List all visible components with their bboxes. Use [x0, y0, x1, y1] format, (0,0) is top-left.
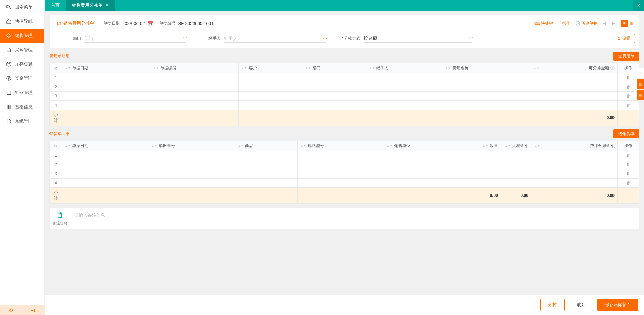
sidebar-item-sales[interactable]: 销售管理 — [0, 29, 44, 43]
col-allocatable[interactable]: 可分摊金额ⓘ — [570, 63, 618, 73]
docno-label: 单据编号 — [159, 21, 176, 26]
tab-label: 首页 — [51, 2, 60, 8]
date-label: 单据日期 — [103, 21, 120, 26]
help-icon[interactable]: ⓘ — [610, 66, 615, 70]
col-spec[interactable]: ▲▼规格型号 — [297, 141, 384, 151]
col-docno[interactable]: ▲▼单据编号 — [150, 63, 238, 73]
chevron-down-icon[interactable]: ﹀ — [183, 36, 187, 41]
table-row[interactable]: 1🗑 — [50, 151, 639, 160]
delete-row-button[interactable]: 🗑 — [626, 171, 630, 176]
sidebar-item-inventory[interactable]: 库存核算 — [0, 57, 44, 71]
handler-label: 经手人 — [194, 36, 221, 41]
sidebar-item-search[interactable]: 搜索菜单 — [0, 0, 44, 14]
sidebar-settings-button[interactable]: ⚙ — [0, 305, 22, 315]
ops-link[interactable]: ⠿ 操作 — [558, 21, 570, 26]
table-row[interactable]: 4🗑 — [50, 101, 639, 110]
float-tab-1[interactable]: ▥ — [637, 79, 644, 89]
float-tab-collapse[interactable]: ‹ — [637, 68, 644, 78]
table-row[interactable]: 1🗑 — [50, 73, 639, 82]
settings-button[interactable]: ⚙设置 — [613, 34, 635, 43]
col-date[interactable]: ▲▼单据日期 — [62, 141, 148, 151]
svg-point-0 — [7, 5, 10, 8]
table-row[interactable]: 2🗑 — [50, 82, 639, 92]
sidebar-item-funds[interactable]: ¥ 资金管理 — [0, 71, 44, 86]
remark-input[interactable] — [70, 208, 639, 229]
sidebar-item-basic[interactable]: 基础信息 — [0, 100, 44, 114]
alloc-input[interactable] — [364, 35, 472, 43]
tab-home[interactable]: 首页 — [45, 0, 66, 11]
col-spacer[interactable]: ▲▼ — [531, 141, 570, 151]
expense-section-title: 费用单明细 — [49, 53, 70, 59]
date-value[interactable]: 2023-06-02 — [122, 21, 145, 26]
alloc-field: *分摊方式 ﹀ — [333, 35, 474, 43]
column-settings-button[interactable]: ⚙ — [50, 141, 62, 151]
sidebar-item-system[interactable]: 系统管理 — [0, 114, 44, 128]
report-icon — [6, 90, 12, 95]
money-icon: ¥ — [6, 76, 12, 81]
svg-rect-12 — [9, 107, 11, 109]
discard-button[interactable]: 放弃 — [569, 299, 593, 311]
select-sales-button[interactable]: 选销货单 — [613, 129, 639, 138]
dept-input[interactable] — [84, 35, 186, 43]
col-handler[interactable]: ▲▼经手人 — [366, 63, 442, 73]
sidebar-item-purchase[interactable]: 采购管理 — [0, 43, 44, 57]
delete-row-button[interactable]: 🗑 — [626, 153, 630, 158]
col-product[interactable]: ▲▼商品 — [235, 141, 298, 151]
delete-row-button[interactable]: 🗑 — [626, 103, 630, 108]
svg-rect-9 — [7, 105, 9, 107]
sidebar-collapse-button[interactable]: ◂▮ — [22, 305, 45, 315]
col-qty[interactable]: ▲▼数量 — [470, 141, 501, 151]
gear-icon: ⚙ — [617, 36, 621, 41]
sort-icon: ▲▼ — [153, 67, 159, 69]
document-toolbar: 🕮 销售费用分摊单 单据日期 2023-06-02 📅 单据编号 SF-2023… — [49, 15, 639, 32]
table-row[interactable]: 2🗑 — [50, 160, 639, 169]
nav-prev-button[interactable]: ◀ — [602, 21, 607, 26]
handler-input[interactable] — [224, 35, 326, 43]
col-date[interactable]: ▲▼单据日期 — [62, 63, 150, 73]
table-row[interactable]: 3🗑 — [50, 92, 639, 101]
delete-row-button[interactable]: 🗑 — [626, 162, 630, 167]
col-docno[interactable]: ▲▼单据编号 — [148, 141, 235, 151]
tab-sales-expense-alloc[interactable]: 销售费用分摊单 ✕ — [66, 0, 115, 11]
column-settings-button[interactable]: ⚙ — [50, 63, 62, 73]
col-amount[interactable]: ▲▼无税金额 — [501, 141, 531, 151]
calendar-icon[interactable]: 📅 — [148, 21, 153, 26]
delete-row-button[interactable]: 🗑 — [626, 75, 630, 80]
table-row[interactable]: 3🗑 — [50, 169, 639, 179]
docno-field: 单据编号 SF-20230602-001 — [159, 21, 214, 26]
col-spacer[interactable]: ▲▼ — [530, 63, 570, 73]
save-and-new-button[interactable]: 保存&新增˄ — [597, 299, 638, 311]
view-list-button[interactable]: ≡ — [621, 20, 628, 27]
delete-row-button[interactable]: 🗑 — [626, 85, 630, 89]
float-tab-2[interactable]: ▦ — [637, 90, 644, 100]
subtotal-row: 小计0.000.000.00 — [50, 188, 639, 204]
allocate-button[interactable]: 分摊 — [540, 299, 565, 311]
sort-icon: ▲▼ — [369, 67, 375, 69]
nav-next-button[interactable]: ▶ — [611, 21, 616, 26]
delete-row-button[interactable]: 🗑 — [626, 94, 630, 98]
chevron-down-icon[interactable]: ﹀ — [469, 36, 474, 41]
col-expense-name[interactable]: ▲▼费用名称 — [442, 63, 530, 73]
tabs-close-all-button[interactable]: ✕ — [633, 0, 644, 11]
subtotal-row: 小计0.00 — [50, 110, 639, 126]
sort-icon: ▲▼ — [482, 145, 488, 147]
tab-close-icon[interactable]: ✕ — [105, 3, 109, 8]
select-expense-button[interactable]: 选费用单 — [613, 52, 639, 61]
main-area: 首页 销售费用分摊单 ✕ ✕ 🕮 销售费用分摊单 单据日期 2023-06-02… — [45, 0, 644, 315]
footer-bar: 分摊 放弃 保存&新增˄ — [45, 294, 644, 315]
svg-rect-10 — [9, 105, 11, 107]
table-row[interactable]: 4🗑 — [50, 179, 639, 188]
col-unit[interactable]: ▲▼销售单位 — [384, 141, 470, 151]
col-customer[interactable]: ▲▼客户 — [238, 63, 302, 73]
col-dept[interactable]: ▲▼部门 — [302, 63, 366, 73]
ellipsis-icon[interactable]: ⋯ — [323, 36, 327, 41]
shortcut-link[interactable]: ⌨ 快捷键 — [534, 21, 553, 26]
svg-rect-3 — [7, 49, 10, 52]
view-form-button[interactable]: ▥ — [628, 20, 635, 27]
sidebar-item-quicknav[interactable]: 快捷导航 — [0, 14, 44, 29]
col-alloc[interactable]: 费用分摊金额 — [570, 141, 618, 151]
history-link[interactable]: 🕓 历史单据 — [575, 21, 598, 26]
tab-bar: 首页 销售费用分摊单 ✕ ✕ — [45, 0, 644, 11]
delete-row-button[interactable]: 🗑 — [626, 181, 630, 185]
sidebar-item-business[interactable]: 经营管理 — [0, 86, 44, 100]
